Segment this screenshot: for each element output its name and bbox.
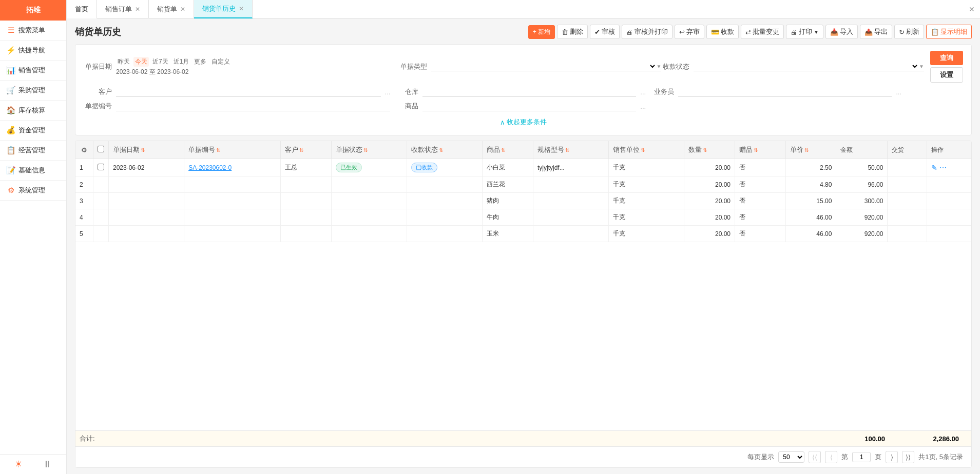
sidebar-item-purchase-mgmt[interactable]: 🛒 采购管理 (0, 81, 66, 101)
shortcut-7days[interactable]: 近7天 (151, 57, 170, 67)
cell-unit-price: 4.80 (785, 176, 836, 193)
show-detail-button[interactable]: 📋 显示明细 (926, 25, 972, 39)
edit-icon[interactable]: ✎ (931, 164, 937, 172)
collect-status-select[interactable] (694, 62, 919, 71)
sidebar-item-finance[interactable]: 💰 资金管理 (0, 121, 66, 141)
th-checkbox[interactable] (93, 141, 109, 159)
close-all-tabs[interactable]: ✕ (964, 5, 980, 13)
collect-button[interactable]: 💳 收款 (706, 25, 739, 39)
sidebar-item-basic-info[interactable]: 📝 基础信息 (0, 161, 66, 181)
new-button[interactable]: + 新增 (528, 25, 555, 39)
sidebar-bottom-icon1[interactable]: ☀ (14, 459, 23, 470)
staff-ellipsis[interactable]: ... (896, 88, 901, 96)
audit-print-button[interactable]: 🖨 审核并打印 (622, 25, 672, 39)
warehouse-input[interactable] (422, 87, 636, 97)
shortcut-today[interactable]: 今天 (133, 57, 149, 67)
th-spec-type[interactable]: 规格型号⇅ (533, 141, 609, 159)
delete-button[interactable]: 🗑 删除 (557, 25, 588, 39)
settings-button[interactable]: 设置 (930, 67, 963, 83)
shortcut-custom[interactable]: 自定义 (210, 57, 232, 67)
cell-checkbox[interactable] (93, 226, 109, 242)
th-settings[interactable]: ⚙ (75, 141, 93, 159)
first-page-button[interactable]: ⟨⟨ (809, 451, 821, 463)
sidebar-item-sys-mgmt[interactable]: ⚙ 系统管理 (0, 181, 66, 201)
doc-no-link[interactable]: SA-20230602-0 (188, 164, 232, 171)
audit-button[interactable]: ✔ 审核 (590, 25, 620, 39)
cell-collect-status: 已收款 (407, 159, 483, 176)
tab-sales-history[interactable]: 销货单历史 ✕ (194, 0, 253, 18)
cell-checkbox[interactable] (93, 193, 109, 209)
abandon-button[interactable]: ↩ 弃审 (675, 25, 704, 39)
sort-price-icon: ⇅ (804, 147, 809, 153)
sidebar-item-inventory[interactable]: 🏠 库存核算 (0, 101, 66, 121)
page-size-select[interactable]: 50 100 200 (778, 451, 804, 463)
tab-sales-goods-close[interactable]: ✕ (180, 6, 185, 13)
staff-input[interactable] (678, 87, 892, 97)
cell-spec-type (533, 176, 609, 193)
customer-input[interactable] (116, 87, 381, 97)
query-button[interactable]: 查询 (930, 51, 963, 65)
th-goods[interactable]: 商品⇅ (483, 141, 533, 159)
select-all-checkbox[interactable] (98, 146, 104, 152)
sidebar-bottom: ☀ ⏸ (0, 454, 66, 474)
cell-gift: 否 (735, 159, 785, 176)
th-collect-status[interactable]: 收款状态⇅ (407, 141, 483, 159)
sidebar-item-sales-mgmt[interactable]: 📊 销售管理 (0, 61, 66, 81)
cell-checkbox[interactable] (93, 209, 109, 226)
tab-sales-history-close[interactable]: ✕ (239, 5, 244, 12)
next-page-button[interactable]: ⟩ (886, 451, 898, 463)
shortcut-more[interactable]: 更多 (193, 57, 208, 67)
import-button[interactable]: 📥 导入 (825, 25, 858, 39)
row-checkbox[interactable] (98, 164, 104, 170)
collapse-button[interactable]: ∧ 收起更多条件 (498, 115, 549, 129)
table-settings-icon[interactable]: ⚙ (80, 145, 89, 154)
shortcut-yesterday[interactable]: 昨天 (116, 57, 131, 67)
tab-sales-goods[interactable]: 销货单 ✕ (149, 0, 194, 18)
abandon-icon: ↩ (679, 28, 685, 36)
sidebar-item-operations[interactable]: 📋 经营管理 (0, 141, 66, 161)
sidebar-bottom-icon2[interactable]: ⏸ (43, 459, 52, 470)
tab-sales-order-close[interactable]: ✕ (135, 6, 140, 13)
export-button[interactable]: 📤 导出 (860, 25, 892, 39)
sidebar-item-quick-nav[interactable]: ⚡ 快捷导航 (0, 41, 66, 61)
cell-goods: 小白菜 (483, 159, 533, 176)
page-input[interactable] (852, 452, 871, 462)
th-doc-date[interactable]: 单据日期⇅ (109, 141, 184, 159)
refresh-button[interactable]: ↻ 刷新 (894, 25, 924, 39)
th-doc-no[interactable]: 单据编号⇅ (184, 141, 281, 159)
cell-amount: 920.00 (836, 209, 888, 226)
warehouse-ellipsis[interactable]: ... (640, 88, 646, 96)
table-row: 3猪肉千克20.00否15.00300.00 (75, 193, 971, 209)
cell-customer: 王总 (281, 159, 332, 176)
sidebar-item-search-menu[interactable]: ☰ 搜索菜单 (0, 21, 66, 41)
th-customer[interactable]: 客户⇅ (281, 141, 332, 159)
last-page-button[interactable]: ⟩⟩ (902, 451, 914, 463)
th-unit-price[interactable]: 单价⇅ (785, 141, 836, 159)
shortcut-1month[interactable]: 近1月 (172, 57, 191, 67)
cell-goods: 玉米 (483, 226, 533, 242)
table-scroll[interactable]: ⚙ 单据日期⇅ 单据编号⇅ 客 (75, 141, 971, 430)
tab-sales-order[interactable]: 销售订单 ✕ (97, 0, 149, 18)
cell-doc-date (109, 176, 184, 193)
print-button[interactable]: 🖨 打印 ▼ (786, 25, 823, 39)
goods-ellipsis[interactable]: ... (640, 103, 646, 110)
doc-no-input[interactable] (116, 101, 390, 111)
customer-ellipsis[interactable]: ... (385, 88, 391, 96)
cell-quantity: 20.00 (684, 209, 735, 226)
delete-icon: 🗑 (562, 28, 568, 36)
page-title: 销货单历史 (75, 26, 121, 38)
prev-page-button[interactable]: ⟨ (825, 451, 837, 463)
doc-type-select[interactable] (431, 62, 657, 71)
cell-checkbox[interactable] (93, 176, 109, 193)
goods-input[interactable] (422, 101, 636, 111)
tab-home[interactable]: 首页 (67, 0, 97, 18)
cell-checkbox[interactable] (93, 159, 109, 176)
print-icon: 🖨 (791, 28, 797, 36)
cell-quantity: 20.00 (684, 193, 735, 209)
more-icon[interactable]: ⋯ (939, 164, 947, 172)
th-doc-status[interactable]: 单据状态⇅ (332, 141, 407, 159)
th-sales-unit[interactable]: 销售单位⇅ (609, 141, 684, 159)
th-gift[interactable]: 赠品⇅ (735, 141, 785, 159)
batch-change-button[interactable]: ⇄ 批量变更 (741, 25, 784, 39)
th-quantity[interactable]: 数量⇅ (684, 141, 735, 159)
